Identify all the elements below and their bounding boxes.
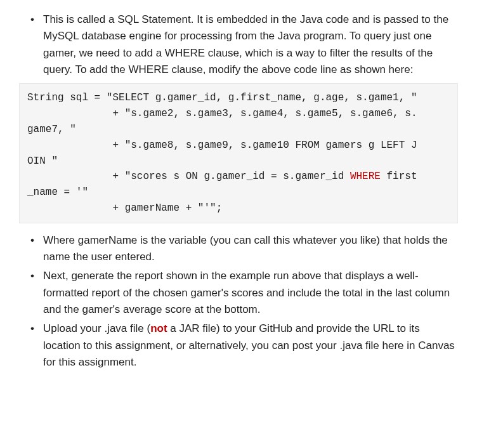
code-line-3a: + "s.game8, s.game9, s.game10 FROM gamer… bbox=[27, 138, 450, 154]
code-line-2a: + "s.game2, s.game3, s.game4, s.game5, s… bbox=[27, 106, 450, 122]
code-line-1: String sql = "SELECT g.gamer_id, g.first… bbox=[27, 90, 450, 106]
bullet-upload-prefix: Upload your .java file ( bbox=[43, 322, 150, 334]
code-keyword-where: WHERE bbox=[350, 171, 381, 182]
bullet-upload: Upload your .java file (not a JAR file) … bbox=[19, 320, 458, 371]
code-block-sql: String sql = "SELECT g.gamer_id, g.first… bbox=[19, 83, 458, 223]
code-line-4a: + "scores s ON g.gamer_id = s.gamer_id W… bbox=[27, 169, 450, 185]
bottom-bullet-list: Where gamerName is the variable (you can… bbox=[19, 232, 458, 371]
bullet-gamer-name: Where gamerName is the variable (you can… bbox=[19, 232, 458, 266]
bullet-sql-statement: This is called a SQL Statement. It is em… bbox=[19, 11, 458, 78]
bullet-text: This is called a SQL Statement. It is em… bbox=[43, 13, 448, 76]
bullet-text: Next, generate the report shown in the e… bbox=[43, 270, 450, 315]
top-bullet-list: This is called a SQL Statement. It is em… bbox=[19, 11, 458, 78]
code-line-4a-suffix: first bbox=[381, 171, 417, 182]
code-line-2b: game7, " bbox=[27, 122, 450, 138]
code-line-4a-prefix: + "scores s ON g.gamer_id = s.gamer_id bbox=[112, 171, 350, 182]
code-line-4b: _name = '" bbox=[27, 185, 450, 201]
code-line-3b: OIN " bbox=[27, 154, 450, 169]
bullet-generate-report: Next, generate the report shown in the e… bbox=[19, 268, 458, 318]
bullet-text: Where gamerName is the variable (you can… bbox=[43, 234, 448, 263]
bullet-not-word: not bbox=[150, 322, 167, 334]
code-line-5: + gamerName + "'"; bbox=[27, 201, 450, 216]
